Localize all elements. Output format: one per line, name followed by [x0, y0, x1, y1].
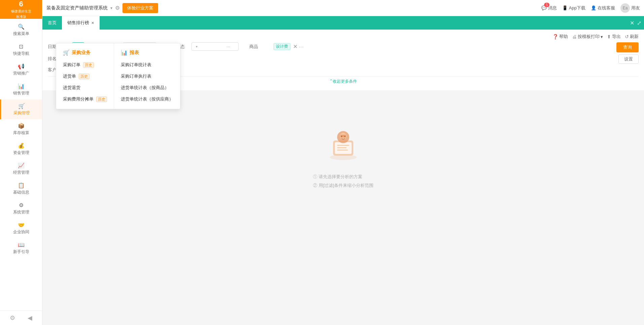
dropdown-stock-summary-supplier[interactable]: 进货单统计表（按供应商） [114, 93, 180, 105]
system-icon: ⚙ [19, 202, 24, 208]
goods-tag-close[interactable]: ✕ [293, 43, 297, 50]
dropdown-stock-summary-goods[interactable]: 进货单统计表（按商品） [114, 82, 180, 93]
sidebar-item-quick-nav[interactable]: ⊡ 快捷导航 [0, 40, 42, 60]
tab-sales-ranking[interactable]: 销售排行榜 ✕ [62, 16, 100, 30]
print-label: 按模板打印 [578, 34, 600, 40]
refresh-label: 刷新 [630, 34, 639, 40]
empty-illustration [323, 125, 363, 166]
voucher-status-arrow: ▾ [196, 45, 198, 48]
svg-point-7 [344, 136, 346, 137]
tab-close-all-icon[interactable]: ✕ [630, 20, 634, 26]
trial-button[interactable]: 体验行业方案 [122, 3, 158, 13]
sidebar-item-enterprise[interactable]: 🤝 企业协同 [0, 218, 42, 238]
sidebar-item-system[interactable]: ⚙ 系统管理 [0, 199, 42, 218]
operations-icon: 📈 [18, 162, 25, 169]
sidebar: 6 畅捷通好生意 标准版 🔍 搜索菜单 ⊡ 快捷导航 📢 营销推广 📊 销售管理… [0, 0, 42, 325]
app-download-button[interactable]: 📱 App下载 [562, 5, 585, 11]
query-button[interactable]: 查询 [616, 42, 639, 52]
dropdown-purchase-order-summary[interactable]: 采购订单统计表 [114, 59, 180, 71]
export-icon: ⬆ [607, 34, 611, 39]
collapse-label: 收起更多条件 [333, 79, 357, 84]
refresh-action[interactable]: ↺ 刷新 [625, 34, 639, 40]
purchase-order-detail-label: 采购订单执行表 [121, 73, 151, 79]
message-label: 消息 [548, 5, 557, 11]
purchase-order-label: 采购订单 [63, 62, 80, 68]
logo-line2: 标准版 [16, 14, 26, 19]
refresh-icon: ↺ [625, 34, 629, 39]
sidebar-item-inventory[interactable]: 📦 库存核算 [0, 119, 42, 139]
print-action[interactable]: 🖨 按模板打印 ▾ [572, 34, 603, 40]
goods-label: 商品 [249, 44, 270, 50]
user-label: 用友 [631, 5, 640, 11]
logo-icon: 6 [19, 0, 23, 8]
sidebar-item-purchase[interactable]: 🛒 采购管理 [0, 99, 42, 119]
voucher-status-select[interactable]: ▾ ··· [191, 42, 239, 51]
sidebar-item-guide[interactable]: 📖 新手引导 [0, 238, 42, 258]
phone-icon: 📱 [562, 5, 568, 10]
purchase-expense-history-badge: 历史 [96, 96, 107, 102]
tab-resize-icon[interactable]: ⤢ [637, 20, 641, 26]
voucher-status-dots[interactable]: ··· [226, 44, 230, 49]
stock-summary-supplier-label: 进货单统计表（按供应商） [121, 96, 173, 102]
system-title: 装备及固定资产辅助管理系统 [46, 5, 108, 11]
message-button[interactable]: 💬 5 消息 [541, 5, 557, 11]
filter-right: 查询 设置 [612, 42, 639, 76]
stock-in-history-badge: 历史 [79, 74, 90, 79]
user-menu-button[interactable]: Ea 用友 [620, 3, 640, 13]
print-icon: 🖨 [572, 34, 577, 39]
purchase-icon: 🛒 [18, 103, 25, 109]
tab-sales-ranking-label: 销售排行榜 [67, 20, 89, 26]
tab-bar: 首页 销售排行榜 ✕ ✕ ⤢ [42, 16, 644, 30]
svg-point-6 [341, 136, 342, 137]
dropdown-purchase-order-detail[interactable]: 采购订单执行表 [114, 71, 180, 82]
sidebar-item-search[interactable]: 🔍 搜索菜单 [0, 20, 42, 40]
export-action[interactable]: ⬆ 导出 [607, 34, 621, 40]
tab-close-icon[interactable]: ✕ [91, 21, 94, 25]
top-actions: ❓ 帮助 🖨 按模板打印 ▾ ⬆ 导出 ↺ 刷新 [48, 34, 639, 40]
svg-rect-9 [337, 147, 347, 148]
goods-more-btn[interactable]: ··· [299, 44, 304, 49]
settings-bottom-icon[interactable]: ⚙ [10, 314, 15, 322]
settings-button[interactable]: 设置 [618, 54, 639, 64]
goods-tag: 设计费 [274, 43, 290, 50]
help-label: 帮助 [559, 34, 568, 40]
sidebar-item-finance[interactable]: 💰 资金管理 [0, 139, 42, 159]
app-download-label: App下载 [569, 5, 585, 11]
svg-rect-10 [337, 150, 348, 151]
dropdown-stock-in[interactable]: 进货单 历史 [56, 71, 114, 82]
user-avatar: Ea [620, 3, 630, 13]
header-settings-icon[interactable]: ⚙ [115, 5, 120, 11]
app-logo: 6 畅捷通好生意 标准版 [0, 0, 42, 19]
service-label: 在线客服 [598, 5, 615, 11]
svg-rect-8 [337, 145, 349, 146]
tab-home-label: 首页 [48, 20, 57, 26]
dropdown-return-goods[interactable]: 进货退货 [56, 82, 114, 93]
dropdown-purchase-expense[interactable]: 采购费用分摊单 历史 [56, 93, 114, 105]
dropdown-purchase-order[interactable]: 采购订单 历史 [56, 59, 114, 71]
sidebar-item-marketing[interactable]: 📢 营销推广 [0, 60, 42, 80]
app-header: 装备及固定资产辅助管理系统 ▾ ⚙ 体验行业方案 💬 5 消息 📱 App下载 … [42, 0, 644, 16]
purchase-expense-label: 采购费用分摊单 [63, 96, 94, 102]
stock-summary-goods-label: 进货单统计表（按商品） [121, 85, 169, 91]
header-right: 💬 5 消息 📱 App下载 👤 在线客服 Ea 用友 [541, 3, 640, 13]
tab-bar-actions: ✕ ⤢ [630, 20, 641, 26]
online-service-button[interactable]: 👤 在线客服 [591, 5, 615, 11]
sidebar-item-basic-info[interactable]: 📋 基础信息 [0, 179, 42, 199]
header-left: 装备及固定资产辅助管理系统 ▾ ⚙ 体验行业方案 [46, 3, 158, 13]
header-dropdown-arrow[interactable]: ▾ [110, 6, 112, 10]
export-label: 导出 [612, 34, 621, 40]
dropdown-reports-header: 📊 报表 [114, 47, 180, 59]
collapse-sidebar-icon[interactable]: ◀ [28, 314, 32, 322]
empty-hint-1: 请先选择要分析的方案 [313, 172, 373, 181]
enterprise-icon: 🤝 [18, 222, 25, 228]
return-goods-label: 进货退货 [63, 85, 80, 91]
sidebar-item-operations[interactable]: 📈 经营管理 [0, 159, 42, 179]
info-icon: 📋 [18, 182, 25, 189]
dropdown-purchase-header: 🛒 采购业务 [56, 47, 114, 59]
purchase-order-summary-label: 采购订单统计表 [121, 62, 151, 68]
dropdown-purchase-col: 🛒 采购业务 采购订单 历史 进货单 历史 进货退货 采购费用分摊单 历史 [56, 43, 114, 109]
tab-home[interactable]: 首页 [42, 16, 62, 30]
help-action[interactable]: ❓ 帮助 [552, 34, 568, 40]
purchase-order-history-badge: 历史 [83, 62, 94, 68]
sidebar-item-sales[interactable]: 📊 销售管理 [0, 80, 42, 99]
